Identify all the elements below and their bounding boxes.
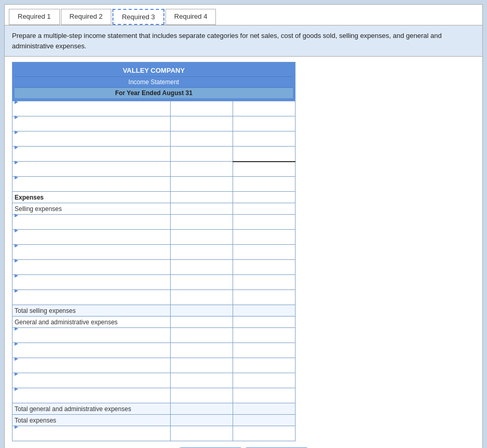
total-expenses-right-input[interactable] [235, 415, 293, 426]
tabs-bar: Required 1 Required 2 Required 3 Require… [5, 5, 482, 25]
expenses-right-input[interactable] [235, 192, 293, 203]
sell6-label-input[interactable] [15, 294, 168, 308]
sell1-mid-input[interactable] [173, 215, 230, 229]
gen-admin-row: General and administrative expenses [12, 317, 296, 328]
gen-admin-right-input[interactable] [235, 317, 293, 327]
gen3-mid-input[interactable] [173, 358, 230, 373]
total-selling-right-input[interactable] [235, 305, 293, 316]
table-row [12, 230, 296, 245]
final-mid-input[interactable] [173, 426, 230, 441]
table-row [12, 275, 296, 290]
table-row [12, 116, 296, 131]
sell2-right-input[interactable] [235, 230, 293, 244]
tab-required3[interactable]: Required 3 [112, 9, 164, 25]
sell5-mid-input[interactable] [173, 275, 230, 289]
sell6-right-input[interactable] [235, 290, 293, 305]
table-row [12, 358, 296, 373]
row1-mid-input[interactable] [173, 101, 230, 116]
sell5-right-input[interactable] [235, 275, 293, 289]
row1-right-input[interactable] [235, 101, 293, 116]
table-row [12, 343, 296, 358]
selling-right-input[interactable] [235, 203, 293, 214]
total-selling-mid-input[interactable] [173, 305, 230, 316]
gen2-right-input[interactable] [235, 343, 293, 358]
row2-right-input[interactable] [235, 116, 293, 131]
tab-required2[interactable]: Required 2 [61, 9, 112, 25]
tab-required4[interactable]: Required 4 [165, 9, 216, 25]
selling-expenses-row: Selling expenses [12, 203, 296, 215]
final-label-input[interactable] [15, 430, 168, 444]
table-row [12, 388, 296, 403]
gen5-right-input[interactable] [235, 388, 293, 403]
table-row [12, 147, 296, 162]
row6-right-input[interactable] [235, 177, 293, 191]
sell3-mid-input[interactable] [173, 245, 230, 259]
total-expenses-row: Total expenses [12, 415, 296, 426]
row3-right-input[interactable] [235, 131, 293, 146]
table-row [12, 215, 296, 230]
table-row [12, 426, 296, 441]
instruction-text: Prepare a multiple-step income statement… [5, 25, 482, 57]
sell3-right-input[interactable] [235, 245, 293, 259]
row2-mid-input[interactable] [173, 116, 230, 131]
gen-admin-label: General and administrative expenses [12, 317, 171, 328]
sell4-right-input[interactable] [235, 260, 293, 274]
statement-title: Income Statement [15, 77, 293, 88]
total-expenses-mid-input[interactable] [173, 415, 230, 426]
income-statement-table: VALLEY COMPANY Income Statement For Year… [12, 62, 296, 441]
expenses-mid-input[interactable] [173, 192, 230, 203]
gen5-label-input[interactable] [15, 392, 168, 406]
table-row [12, 290, 296, 305]
gen2-mid-input[interactable] [173, 343, 230, 358]
row5-right-input[interactable] [235, 162, 293, 177]
table-row [12, 260, 296, 275]
table-row [12, 177, 296, 192]
gen3-right-input[interactable] [235, 358, 293, 373]
row4-mid-input[interactable] [173, 147, 230, 161]
gen4-right-input[interactable] [235, 373, 293, 388]
table-row [12, 328, 296, 343]
statement-period: For Year Ended August 31 [15, 88, 293, 99]
table-row [12, 162, 296, 177]
table-row [12, 101, 296, 116]
gen-admin-mid-input[interactable] [173, 317, 230, 327]
final-right-input[interactable] [235, 426, 293, 441]
gen1-right-input[interactable] [235, 328, 293, 342]
total-gen-admin-mid-input[interactable] [173, 403, 230, 414]
table-row [12, 245, 296, 260]
row4-right-input[interactable] [235, 147, 293, 161]
table-row [12, 131, 296, 147]
row5-mid-input[interactable] [173, 162, 230, 176]
total-expenses-label: Total expenses [12, 415, 171, 426]
gen5-mid-input[interactable] [173, 388, 230, 403]
company-name: VALLEY COMPANY [15, 64, 293, 77]
table-row [12, 373, 296, 388]
row3-mid-input[interactable] [173, 131, 230, 146]
row6-mid-input[interactable] [173, 177, 230, 191]
sell6-mid-input[interactable] [173, 290, 230, 305]
sell2-mid-input[interactable] [173, 230, 230, 244]
row6-label-input[interactable] [15, 180, 168, 195]
selling-expenses-label: Selling expenses [12, 203, 171, 215]
tab-required1[interactable]: Required 1 [9, 9, 60, 25]
gen4-mid-input[interactable] [173, 373, 230, 388]
sell1-right-input[interactable] [235, 215, 293, 229]
total-gen-admin-right-input[interactable] [235, 403, 293, 414]
gen1-mid-input[interactable] [173, 328, 230, 342]
selling-mid-input[interactable] [173, 203, 230, 214]
main-content: VALLEY COMPANY Income Statement For Year… [5, 57, 482, 448]
sell4-mid-input[interactable] [173, 260, 230, 274]
